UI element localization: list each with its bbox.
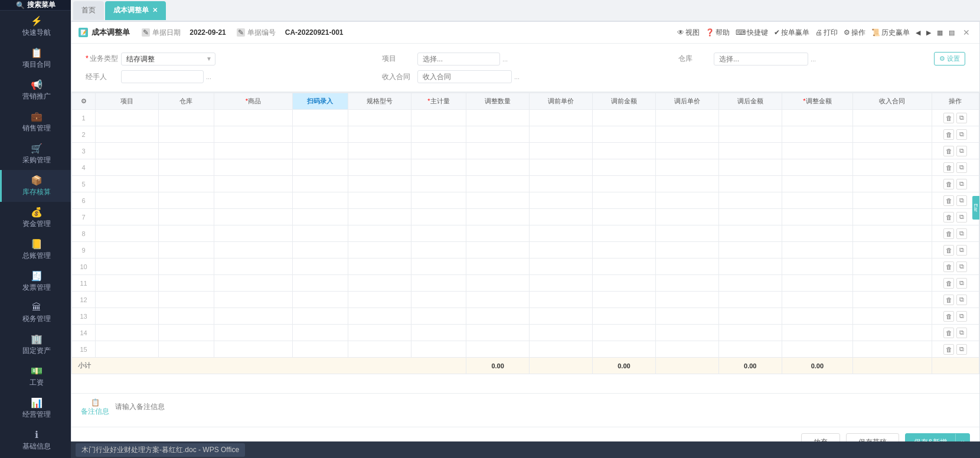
row-2-before-price[interactable]	[530, 126, 593, 143]
row-14-warehouse[interactable]	[159, 325, 214, 341]
row-11-adjust-amount[interactable]	[782, 275, 852, 292]
row-14-income-contract[interactable]	[853, 325, 932, 341]
row-7-adjust-qty[interactable]	[466, 209, 530, 225]
row-2-copy-btn[interactable]: ⧉	[956, 129, 967, 140]
row-6-project[interactable]	[96, 192, 159, 209]
row-13-scan[interactable]	[293, 308, 348, 325]
sidebar-item-ops-mgmt[interactable]: 📊 经营管理	[0, 392, 71, 424]
row-5-income-contract[interactable]	[853, 176, 932, 192]
row-12-product[interactable]	[214, 292, 293, 308]
row-9-income-contract[interactable]	[853, 242, 932, 259]
row-4-before-amount[interactable]	[593, 159, 656, 176]
warehouse-input[interactable]	[714, 53, 808, 66]
row-6-copy-btn[interactable]: ⧉	[956, 195, 967, 206]
row-9-spec[interactable]	[348, 242, 411, 259]
action-grid2[interactable]: ▤	[949, 29, 955, 37]
settings-btn[interactable]: ⚙ 设置	[934, 52, 965, 66]
row-12-adjust-amount[interactable]	[782, 292, 852, 308]
row-7-before-price[interactable]	[530, 209, 593, 225]
action-nav-next[interactable]: ▶	[926, 29, 931, 37]
row-13-before-amount[interactable]	[593, 308, 656, 325]
sidebar-item-tax-mgmt[interactable]: 🏛 税务管理	[0, 297, 71, 329]
row-7-product[interactable]	[214, 209, 293, 225]
row-15-project[interactable]	[96, 341, 159, 358]
row-9-unit[interactable]	[411, 242, 466, 259]
row-11-delete-btn[interactable]: 🗑	[943, 278, 954, 289]
row-6-unit[interactable]	[411, 192, 466, 209]
row-13-adjust-amount[interactable]	[782, 308, 852, 325]
row-7-after-price[interactable]	[655, 209, 718, 225]
row-3-project[interactable]	[96, 143, 159, 159]
row-9-after-price[interactable]	[655, 242, 718, 259]
row-13-before-price[interactable]	[530, 308, 593, 325]
row-4-adjust-amount[interactable]	[782, 159, 852, 176]
row-11-spec[interactable]	[348, 275, 411, 292]
row-14-before-price[interactable]	[530, 325, 593, 341]
row-8-adjust-qty[interactable]	[466, 225, 530, 242]
row-14-before-amount[interactable]	[593, 325, 656, 341]
row-12-before-price[interactable]	[530, 292, 593, 308]
row-8-after-price[interactable]	[655, 225, 718, 242]
sidebar-item-payroll[interactable]: 💵 工资	[0, 361, 71, 392]
row-10-unit[interactable]	[411, 259, 466, 275]
income-contract-input[interactable]	[417, 70, 512, 83]
row-10-product[interactable]	[214, 259, 293, 275]
row-6-warehouse[interactable]	[159, 192, 214, 209]
row-8-unit[interactable]	[411, 225, 466, 242]
row-8-spec[interactable]	[348, 225, 411, 242]
row-7-before-amount[interactable]	[593, 209, 656, 225]
action-shortcut[interactable]: ⌨快捷键	[736, 28, 768, 38]
row-14-project[interactable]	[96, 325, 159, 341]
row-10-adjust-qty[interactable]	[466, 259, 530, 275]
row-6-after-amount[interactable]	[718, 192, 782, 209]
row-15-income-contract[interactable]	[853, 341, 932, 358]
row-7-adjust-amount[interactable]	[782, 209, 852, 225]
row-12-income-contract[interactable]	[853, 292, 932, 308]
row-1-before-price[interactable]	[530, 110, 593, 126]
row-6-adjust-amount[interactable]	[782, 192, 852, 209]
row-1-after-amount[interactable]	[718, 110, 782, 126]
row-1-spec[interactable]	[348, 110, 411, 126]
row-14-unit[interactable]	[411, 325, 466, 341]
row-6-before-price[interactable]	[530, 192, 593, 209]
row-2-income-contract[interactable]	[853, 126, 932, 143]
row-13-unit[interactable]	[411, 308, 466, 325]
row-13-spec[interactable]	[348, 308, 411, 325]
vert-indicator[interactable]: Ear	[972, 196, 979, 220]
row-3-adjust-qty[interactable]	[466, 143, 530, 159]
row-4-copy-btn[interactable]: ⧉	[956, 162, 967, 173]
sidebar-item-general-ledger[interactable]: 📒 总账管理	[0, 234, 71, 266]
row-4-before-price[interactable]	[530, 159, 593, 176]
tab-cost-adjust[interactable]: 成本调整单 ✕	[105, 1, 166, 20]
row-13-delete-btn[interactable]: 🗑	[943, 311, 954, 322]
row-2-product[interactable]	[214, 126, 293, 143]
row-12-before-amount[interactable]	[593, 292, 656, 308]
action-view[interactable]: 👁视图	[677, 28, 700, 38]
row-9-before-amount[interactable]	[593, 242, 656, 259]
row-13-product[interactable]	[214, 308, 293, 325]
row-5-after-amount[interactable]	[718, 176, 782, 192]
row-9-product[interactable]	[214, 242, 293, 259]
row-7-after-amount[interactable]	[718, 209, 782, 225]
row-3-adjust-amount[interactable]	[782, 143, 852, 159]
row-12-delete-btn[interactable]: 🗑	[943, 295, 954, 305]
project-dots[interactable]: ...	[502, 55, 508, 63]
row-15-unit[interactable]	[411, 341, 466, 358]
row-8-before-amount[interactable]	[593, 225, 656, 242]
row-6-spec[interactable]	[348, 192, 411, 209]
row-3-scan[interactable]	[293, 143, 348, 159]
row-8-income-contract[interactable]	[853, 225, 932, 242]
remarks-icon-btn[interactable]: 📋 备注信息	[81, 398, 109, 417]
row-8-scan[interactable]	[293, 225, 348, 242]
row-10-income-contract[interactable]	[853, 259, 932, 275]
row-2-adjust-amount[interactable]	[782, 126, 852, 143]
sidebar-item-quick-nav[interactable]: ⚡ 快速导航	[0, 11, 71, 42]
row-13-income-contract[interactable]	[853, 308, 932, 325]
row-15-after-price[interactable]	[655, 341, 718, 358]
row-9-scan[interactable]	[293, 242, 348, 259]
handler-dots[interactable]: ...	[206, 73, 211, 80]
action-print[interactable]: 🖨打印	[815, 28, 838, 38]
row-14-scan[interactable]	[293, 325, 348, 341]
row-10-copy-btn[interactable]: ⧉	[956, 261, 967, 272]
row-7-warehouse[interactable]	[159, 209, 214, 225]
